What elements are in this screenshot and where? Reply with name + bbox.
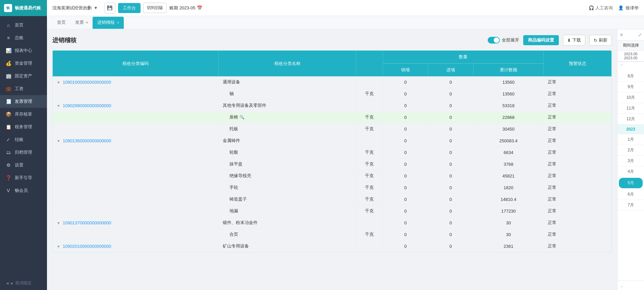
tab-reconciliation[interactable]: 进销稽核 × (93, 17, 123, 29)
table-row[interactable]: ▼ 10901000000000000000 通用设备 0 0 13560 正常 (53, 76, 611, 88)
sidebar-item-reports[interactable]: 📊 报表中心 (0, 44, 47, 57)
sidebar-item-home[interactable]: ⌂ 首页 (0, 19, 47, 31)
table-row[interactable]: ▼ 10902010000000000000 矿山专用设备 0 0 2361 正… (53, 240, 611, 252)
user-info[interactable]: 👤 徐泽华 (618, 5, 639, 11)
period-nav-down: ⌄ (618, 281, 644, 290)
sidebar-item-tax[interactable]: 📋 税务管理 (0, 121, 47, 133)
expand-icon[interactable]: ▼ (57, 80, 61, 84)
table-row[interactable]: ▼ 10902990000000000000 其他专用设备及零部件 0 0 53… (53, 100, 611, 112)
table-row[interactable]: 轮毂 千克 0 0 6634 正常 (53, 147, 611, 158)
tab-invoices-close[interactable]: × (86, 20, 88, 24)
td-qty-total: 45821 (473, 170, 544, 182)
refresh-button[interactable]: ↻ 刷新 (589, 35, 612, 46)
page-actions: 全部展开 商品编码设置 ⬇ 下载 ↻ 刷新 (488, 35, 612, 46)
expand-icon[interactable]: ▼ (57, 221, 61, 225)
toggle-switch[interactable] (488, 37, 500, 44)
period-month[interactable]: 10月 (618, 92, 644, 103)
sidebar-item-label: 设置 (15, 162, 23, 168)
period-months: 8月9月10月11月12月20231月2月3月4月5月6月7月 (618, 71, 644, 281)
product-code-button[interactable]: 商品编码设置 (523, 35, 559, 45)
tab-invoices[interactable]: 发票 × (70, 17, 93, 29)
table-row[interactable]: ▼ 10901370000000000000 锻件、粉末冶金件 0 0 30 正… (53, 217, 611, 229)
table-row[interactable]: 抹平盘 千克 0 0 3768 正常 (53, 158, 611, 170)
period-month[interactable]: 8月 (618, 71, 644, 82)
sidebar-item-member[interactable]: V 畅会员 (0, 184, 47, 197)
download-icon: ⬇ (567, 38, 571, 43)
period-month[interactable]: 9月 (618, 82, 644, 92)
period-month[interactable]: 6月 (618, 189, 644, 200)
sidebar-pin-toggle[interactable]: ◄◄ 取消固定 (0, 276, 47, 290)
td-status: 正常 (544, 194, 611, 205)
td-code: ▼ 10901370000000000000 (53, 217, 219, 229)
sidebar-item-settlement[interactable]: ✓ 结账 (0, 133, 47, 146)
sidebar-item-inventory[interactable]: 📦 库存核算 (0, 108, 47, 121)
expand-icon[interactable]: ▼ (57, 139, 61, 143)
period-month[interactable]: 11月 (618, 103, 644, 114)
expand-icon[interactable]: ▼ (57, 244, 61, 248)
sidebar-item-invoices[interactable]: 🧾 发票管理 (0, 95, 47, 108)
period-month[interactable]: 7月 (618, 200, 644, 211)
tab-reconciliation-close[interactable]: × (117, 20, 119, 24)
calendar-icon[interactable]: 📅 (197, 5, 202, 10)
td-qty-out: 0 (383, 217, 428, 229)
td-unit: 千克 (356, 182, 383, 194)
panel-expand-icon[interactable]: ⤢ (638, 32, 642, 38)
workbench-button[interactable]: 工作台 (118, 3, 141, 13)
sidebar-item-ledger[interactable]: ≡ 总账 (0, 31, 47, 44)
company-selector[interactable]: 沈海英测试经营勿删 ▼ (52, 5, 98, 11)
tax-code: 10901000000000000000 (63, 80, 111, 85)
td-qty-in: 0 (428, 112, 473, 123)
period-month[interactable]: 1月 (618, 134, 644, 145)
period-month[interactable]: 5月 (619, 178, 643, 189)
table-row[interactable]: 合页 千克 0 0 30 正常 (53, 229, 611, 240)
expand-toggle[interactable]: 全部展开 (488, 37, 519, 44)
sidebar-item-settings[interactable]: ⚙ 设置 (0, 159, 47, 171)
table-row[interactable]: 铸造盖子 千克 0 0 14810.4 正常 (53, 194, 611, 205)
scroll-down-icon[interactable]: ⌄ (620, 282, 624, 289)
table-row[interactable]: ▼ 10901360000000000000 金属铸件 0 0 250083.4… (53, 135, 611, 147)
expand-icon[interactable]: ▼ (57, 104, 61, 108)
table-row[interactable]: 地漏 千克 0 0 177230 正常 (53, 205, 611, 217)
tab-home[interactable]: 首页 (52, 17, 70, 29)
period-month[interactable]: 2023 (618, 125, 644, 134)
scroll-up-icon[interactable]: ⌃ (620, 63, 624, 70)
td-qty-total: 30 (473, 229, 544, 240)
td-qty-out: 0 (383, 182, 428, 194)
period-month[interactable]: 4月 (618, 166, 644, 177)
sidebar-item-guide[interactable]: ❓ 新手引导 (0, 171, 47, 184)
td-status: 正常 (544, 158, 611, 170)
table-row[interactable]: 手轮 千克 0 0 1820 正常 (53, 182, 611, 194)
sidebar-item-funds[interactable]: 💰 资金管理 (0, 57, 47, 70)
td-code (53, 112, 219, 123)
item-name: 地漏 (223, 208, 238, 213)
table-row[interactable]: 绝缘导线壳 千克 0 0 45821 正常 (53, 170, 611, 182)
table-row[interactable]: 托板 千克 0 0 30450 正常 (53, 123, 611, 135)
panel-close-icon[interactable]: ✕ (620, 32, 624, 38)
save-button[interactable]: 💾 (105, 3, 115, 13)
sidebar-item-label: 税务管理 (15, 124, 32, 130)
sidebar-item-payroll[interactable]: 💼 工资 (0, 82, 47, 95)
period-from: 2023.05 (620, 52, 642, 56)
search-icon[interactable]: 🔍 (239, 115, 245, 120)
table-row[interactable]: 轴 千克 0 0 13560 正常 (53, 88, 611, 100)
period-month[interactable]: 3月 (618, 156, 644, 166)
download-button[interactable]: ⬇ 下载 (563, 35, 585, 46)
period-month[interactable]: 2月 (618, 145, 644, 156)
period-month[interactable]: 12月 (618, 114, 644, 125)
td-qty-total: 13560 (473, 88, 544, 100)
sidebar-item-fixed-assets[interactable]: 🏢 固定资产 (0, 70, 47, 82)
td-unit: 千克 (356, 88, 383, 100)
td-status: 正常 (544, 229, 611, 240)
td-qty-in: 0 (428, 217, 473, 229)
td-qty-total: 6634 (473, 147, 544, 158)
switch-version-button[interactable]: 切到旧版 (143, 3, 167, 13)
sidebar-item-archive[interactable]: 🗂 归档管理 (0, 146, 47, 159)
help-button[interactable]: 🎧 人工咨询 (589, 5, 613, 11)
table-row[interactable]: 座椅 🔍 千克 0 0 22868 正常 (53, 112, 611, 123)
pin-label: 取消固定 (15, 280, 32, 286)
user-avatar-icon: 👤 (618, 5, 624, 10)
td-qty-total: 53318 (473, 100, 544, 112)
sidebar-nav: ⌂ 首页 ≡ 总账 📊 报表中心 💰 资金管理 🏢 固定资产 💼 工资 🧾 发票… (0, 16, 47, 276)
td-code (53, 123, 219, 135)
sidebar-item-label: 发票管理 (15, 98, 32, 104)
